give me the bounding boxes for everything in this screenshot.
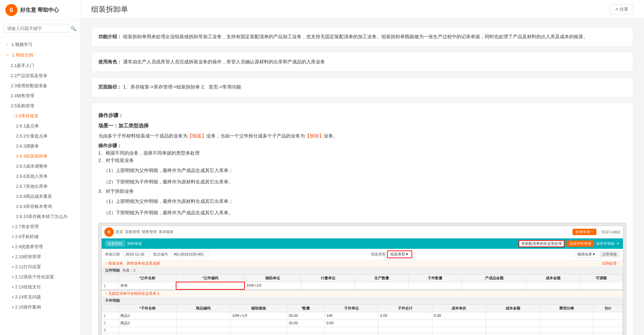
app-parent-table-container: *父件名称 *父件编码 辅助单位 计量单位 生产数量 子件数量 产成品金额 成本…: [102, 274, 623, 290]
app-batch-label: 批次编号: [153, 252, 168, 257]
plus-icon-mobile: ＋: [11, 234, 15, 240]
sidebar-item-video[interactable]: ＋ 1.视频学习: [0, 39, 80, 50]
child-th-name: *子件名称: [118, 304, 176, 312]
app-save-btn[interactable]: 保存并审核: [596, 241, 614, 246]
page-title: 组装拆卸单: [91, 4, 128, 14]
sidebar-item-ops[interactable]: ＋ 2.10经营管理: [0, 252, 80, 262]
app-annotation-row: ↑ 组装业务、拆卸业务在这里选择 启用处理 ↑: [102, 260, 623, 267]
app-child-table: *子件名称 商品编码 辅助规格 *数量 子件单位 子件合计 成本单价 成本金额: [102, 304, 623, 335]
app-new-doc-btn[interactable]: 新增单据一: [573, 229, 596, 235]
child-table-row-1: 1 商品1 10件+1片 30.00 140 0.00 0.00: [102, 312, 623, 319]
sidebar-item-alloc[interactable]: 2.6.2分量盘点单: [0, 131, 80, 141]
sidebar-item-transfer[interactable]: 2.6.3调拨单: [0, 141, 80, 151]
minus-icon-inventory: －: [11, 113, 15, 119]
sidebar-item-case[interactable]: ＋ 2.15操作案例: [0, 302, 80, 312]
sidebar-item-mobile[interactable]: ＋ 2.8手机旺铺: [0, 232, 80, 242]
parent-th-code: *父件编码: [176, 274, 244, 282]
plus-icon-print: ＋: [11, 264, 15, 270]
child-table-row-4: 4: [102, 333, 623, 335]
sidebar-item-newbie[interactable]: 2.1新手入门: [0, 61, 80, 71]
sidebar-item-online-pay[interactable]: ＋ 2.13在线支付: [0, 282, 80, 292]
app-annotation-row2: ↑ 无固定清单可在组织在这里录入: [102, 290, 623, 297]
child-th-qty: *数量: [287, 304, 324, 312]
sidebar-item-stock-count[interactable]: 2.6.1盘点单: [0, 121, 80, 131]
app-menu-inventory: 库存核算: [159, 229, 173, 234]
parent-th-child-qty: 子件数量: [408, 274, 462, 282]
sidebar-item-inventory[interactable]: － 2.6库存核算: [0, 111, 80, 121]
minus-icon: －: [5, 52, 10, 58]
sidebar-item-system[interactable]: ＋ 2.12系统个性化设置: [0, 272, 80, 282]
sidebar-item-cost-adjust[interactable]: 2.6.5成本调整单: [0, 161, 80, 171]
sidebar-item-sales[interactable]: 2.4销售管理: [0, 91, 80, 101]
sidebar-item-coupon[interactable]: ＋ 2.9优惠券管理: [0, 242, 80, 252]
child-th-code: 商品编码: [176, 304, 230, 312]
content-area: 功能介绍： 组装拆卸单用来处理企业组装或拆卸等加工业务，支持有固定装配清单的产品…: [80, 19, 644, 335]
scene1-desc: 当由多个子件材料组装成一个成品的业务为【组装】业务，当由一个父件拆分成多个子产品…: [98, 132, 626, 140]
sidebar-item-install[interactable]: 2.2产品安装及登录: [0, 71, 80, 81]
logo-text: 好生意 帮助中心: [20, 7, 59, 14]
child-table-row-2: 2 商品2 30.00 0.00: [102, 319, 623, 327]
role-block: 使用角色： 通常由生产人员或库管人员完成拆装业务的操作，库管人员确认原材料的出库…: [91, 52, 633, 72]
search-input[interactable]: [4, 24, 68, 33]
sidebar-item-purchase[interactable]: 2.5采购管理: [0, 101, 80, 111]
app-close-icon[interactable]: ✕: [616, 241, 620, 246]
path-block: 页面路径： 1、库存核算->库存管理->组装拆卸单 2、首页->常用功能: [91, 77, 633, 97]
sidebar-item-data-prep[interactable]: 2.3使用前数据准备: [0, 81, 80, 91]
app-logo: 6: [104, 227, 114, 237]
top-bar: 组装拆卸单 ↗ 分享: [80, 0, 644, 19]
annotation-no-bom-text: 无固定清单可在组织在这里录入: [108, 291, 160, 296]
sidebar-item-stock-check[interactable]: 2.6.9库存账本查询: [0, 202, 80, 212]
plus-icon-finance: ＋: [11, 224, 15, 230]
annotation-enable-icon: ↑: [618, 261, 620, 265]
app-type-select[interactable]: 组装类型▼: [387, 250, 412, 258]
annotation-enable-text: 启用处理: [602, 261, 616, 266]
sidebar-item-faq[interactable]: ＋ 2.14常见问题: [0, 292, 80, 302]
role-label: 使用角色：: [98, 59, 122, 64]
sidebar-item-other-in[interactable]: 2.6.6其他入库单: [0, 171, 80, 181]
parent-th-name: *父件名称: [118, 274, 176, 282]
plus-icon-system: ＋: [11, 274, 15, 280]
plus-icon-faq: ＋: [11, 294, 15, 300]
app-annotation-select-material: 有装配清单的在这里处理: [519, 240, 565, 247]
logo-icon: 6: [5, 4, 17, 16]
app-batch-value: AD-20191226-001: [171, 251, 208, 257]
share-icon: ↗: [615, 7, 618, 12]
parent-th-aux: 辅助单位: [245, 274, 301, 282]
app-select-material-btn[interactable]: 选择材料单据: [567, 240, 594, 247]
search-box: 🔍: [0, 20, 80, 37]
app-id: TEST-H002: [601, 230, 620, 234]
sidebar-item-stock-err[interactable]: 2.6.10库存账本错了怎么办: [0, 212, 80, 222]
main-area: 组装拆卸单 ↗ 分享 功能介绍： 组装拆卸单用来处理企业组装或拆卸等加工业务，支…: [80, 0, 644, 335]
sidebar-item-assembly[interactable]: 2.6.4组装拆卸单: [0, 151, 80, 161]
app-form-row: 单据日期 2019-12-26 批次编号 AD-20191226-001 组装类…: [102, 249, 623, 260]
path-label: 页面路径：: [98, 84, 122, 90]
share-button[interactable]: ↗ 分享: [610, 4, 633, 14]
step3: 3、对于拆卸业务: [98, 188, 626, 194]
parent-th-cost: 成本金额: [526, 274, 580, 282]
sidebar-item-other-out[interactable]: 2.6.7其他出库单: [0, 181, 80, 191]
child-th-cost: 成本金额: [486, 304, 539, 312]
sidebar-item-help-docs[interactable]: － 2.帮助文档: [0, 50, 80, 61]
child-section-label: 子件明细: [105, 298, 120, 303]
app-tab-other[interactable]: 拆卸单据: [127, 241, 142, 246]
child-th-alloc: 费用分摊: [540, 304, 593, 312]
child-table-row-3: 3: [102, 327, 623, 333]
app-tab-active[interactable]: 组装拆卸: [105, 240, 125, 247]
search-icon[interactable]: 🔍: [70, 26, 76, 31]
app-parent-section-header: 父件明细 数量：1/: [102, 267, 623, 274]
app-child-section-header: 子件明细: [102, 297, 623, 304]
sidebar-item-print[interactable]: ＋ 2.11打印设置: [0, 262, 80, 272]
feature-intro-label: 功能介绍：: [98, 34, 122, 39]
child-th-u: 扣U: [593, 304, 623, 312]
app-confirm-btn[interactable]: 立即审核: [599, 251, 620, 258]
ops-steps-sub-title: 操作步骤：: [98, 143, 626, 149]
parent-th-adj: 可调整: [580, 274, 623, 282]
app-warehouse-select[interactable]: 领用仓库▼: [575, 251, 598, 258]
child-th-spec: 辅助规格: [230, 304, 287, 312]
sidebar-item-cost-calc[interactable]: 2.6.8商品成本重算: [0, 191, 80, 202]
feature-intro-block: 功能介绍： 组装拆卸单用来处理企业组装或拆卸等加工业务，支持有固定装配清单的产品…: [91, 27, 633, 47]
app-date-label: 单据日期: [105, 252, 120, 257]
sidebar: 6 好生意 帮助中心 🔍 ＋ 1.视频学习 － 2.帮助文档 2.1新手入门 2…: [0, 0, 80, 335]
sidebar-item-finance[interactable]: ＋ 2.7资金管理: [0, 222, 80, 232]
step2-1: （1）上部明细为父件明细，最终作为产成品生成其它入库单；: [104, 166, 626, 175]
